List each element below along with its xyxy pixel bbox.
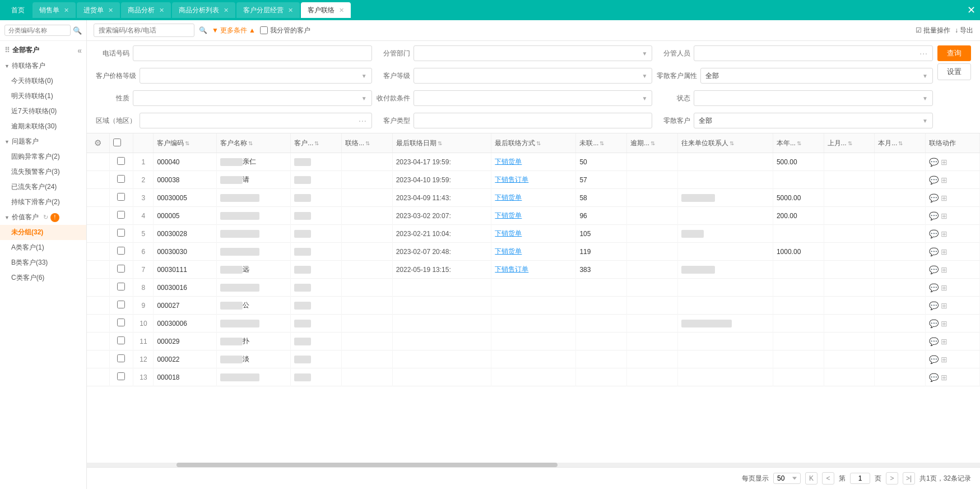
more-action-icon[interactable]: ⊞ xyxy=(941,319,948,328)
overdue-column-header[interactable]: 逾期... ⇅ xyxy=(627,133,678,153)
customer-level-input[interactable]: ▼ xyxy=(414,68,653,84)
sidebar-item-week-pending[interactable]: 近7天待联络(0) xyxy=(0,104,86,119)
settings-icon[interactable]: ⚙ xyxy=(94,138,101,147)
row-select-checkbox[interactable] xyxy=(117,211,125,219)
phone-input[interactable] xyxy=(133,45,372,61)
row-select-checkbox[interactable] xyxy=(117,319,125,326)
search-input[interactable] xyxy=(94,24,194,37)
message-action-icon[interactable]: 💬 xyxy=(929,158,939,167)
last-method-link[interactable]: 下销货单 xyxy=(495,247,522,255)
pending-contact-section[interactable]: ▼ 待联络客户 xyxy=(0,58,86,73)
sidebar-item-today-pending[interactable]: 今天待联络(0) xyxy=(0,73,86,89)
close-purchase-tab[interactable]: ✕ xyxy=(108,7,113,14)
no-days-column-header[interactable]: 未联... ⇅ xyxy=(576,133,627,153)
nature-input[interactable]: ▼ xyxy=(133,90,372,106)
code-column-header[interactable]: 客户编码 ⇅ xyxy=(154,133,217,153)
problem-customers-section[interactable]: ▼ 问题客户 xyxy=(0,134,86,149)
sidebar-item-tomorrow-pending[interactable]: 明天待联络(1) xyxy=(0,89,86,104)
row-select-checkbox[interactable] xyxy=(117,265,125,273)
sidebar-item-unclassified[interactable]: 未分组(32) xyxy=(0,225,86,240)
more-action-icon[interactable]: ⊞ xyxy=(941,337,948,346)
more-action-icon[interactable]: ⊞ xyxy=(941,283,948,292)
message-action-icon[interactable]: 💬 xyxy=(929,337,939,346)
message-action-icon[interactable]: 💬 xyxy=(929,265,939,274)
all-customers-label[interactable]: 全部客户 xyxy=(12,45,39,55)
this-year-column-header[interactable]: 本年... ⇅ xyxy=(773,133,824,153)
row-select-checkbox[interactable] xyxy=(117,193,125,201)
zero-customer-input[interactable]: 全部▼ xyxy=(694,113,933,128)
price-level-input[interactable]: ▼ xyxy=(140,68,372,84)
customer-type-input[interactable] xyxy=(414,113,653,128)
more-action-icon[interactable]: ⊞ xyxy=(941,247,948,256)
next-page-button[interactable]: > xyxy=(886,472,898,485)
my-customers-checkbox[interactable] xyxy=(260,26,268,34)
message-action-icon[interactable]: 💬 xyxy=(929,355,939,364)
message-action-icon[interactable]: 💬 xyxy=(929,229,939,238)
name-column-header[interactable]: 客户名称 ⇅ xyxy=(217,133,291,153)
last-method-link[interactable]: 下销货单 xyxy=(495,229,522,237)
category-search-icon[interactable]: 🔍 xyxy=(73,26,82,35)
horizontal-scrollbar[interactable] xyxy=(87,463,980,467)
export-button[interactable]: ↓ 导出 xyxy=(955,26,973,35)
last-page-button[interactable]: >| xyxy=(903,472,915,485)
message-action-icon[interactable]: 💬 xyxy=(929,301,939,310)
search-icon[interactable]: 🔍 xyxy=(199,26,207,34)
close-customer-segment-tab[interactable]: ✕ xyxy=(288,7,293,14)
close-customer-contact-tab[interactable]: ✕ xyxy=(339,7,344,14)
first-page-button[interactable]: K xyxy=(805,472,818,485)
payment-input[interactable]: ▼ xyxy=(414,90,653,106)
more-action-icon[interactable]: ⊞ xyxy=(941,229,948,238)
message-action-icon[interactable]: 💬 xyxy=(929,193,939,202)
unit-contact-column-header[interactable]: 往来单位联系人 ⇅ xyxy=(677,133,773,153)
scrollbar-thumb[interactable] xyxy=(177,463,558,467)
refresh-icon[interactable]: ↻ xyxy=(43,214,48,221)
contact-column-header[interactable]: 联络... ⇅ xyxy=(342,133,393,153)
more-action-icon[interactable]: ⊞ xyxy=(941,301,948,310)
settings-column-header[interactable]: ⚙ xyxy=(87,133,109,153)
message-action-icon[interactable]: 💬 xyxy=(929,247,939,256)
message-action-icon[interactable]: 💬 xyxy=(929,176,939,184)
type-column-header[interactable]: 客户... ⇅ xyxy=(291,133,342,153)
this-month-column-header[interactable]: 本月... ⇅ xyxy=(875,133,926,153)
message-action-icon[interactable]: 💬 xyxy=(929,211,939,220)
last-month-column-header[interactable]: 上月... ⇅ xyxy=(824,133,875,153)
row-select-checkbox[interactable] xyxy=(117,157,125,165)
dept-input[interactable]: ▼ xyxy=(414,45,653,61)
region-input[interactable]: ··· xyxy=(140,113,372,128)
message-action-icon[interactable]: 💬 xyxy=(929,319,939,328)
last-method-column-header[interactable]: 最后联络方式 ⇅ xyxy=(491,133,576,153)
sidebar-item-churn-risk[interactable]: 流失预警客户(3) xyxy=(0,164,86,179)
close-analysis-tab[interactable]: ✕ xyxy=(159,7,164,14)
reset-button[interactable]: 设置 xyxy=(937,63,971,80)
person-input[interactable]: ··· xyxy=(694,45,933,61)
last-method-link[interactable]: 下销货单 xyxy=(495,193,522,201)
row-select-checkbox[interactable] xyxy=(117,301,125,308)
message-action-icon[interactable]: 💬 xyxy=(929,283,939,292)
tab-analysis[interactable]: 商品分析 ✕ xyxy=(121,2,171,18)
message-action-icon[interactable]: 💬 xyxy=(929,373,939,382)
more-action-icon[interactable]: ⊞ xyxy=(941,373,948,382)
row-select-checkbox[interactable] xyxy=(117,354,125,362)
row-select-checkbox[interactable] xyxy=(117,372,125,380)
search-button[interactable]: 查询 xyxy=(937,45,971,61)
prev-page-button[interactable]: < xyxy=(822,472,834,485)
zero-attr-input[interactable]: 全部▼ xyxy=(700,68,933,84)
status-input[interactable]: ▼ xyxy=(694,90,933,106)
page-number-input[interactable] xyxy=(850,473,870,484)
row-select-checkbox[interactable] xyxy=(117,175,125,183)
tab-customer-contact[interactable]: 客户联络 ✕ xyxy=(301,2,351,18)
sidebar-item-overdue-pending[interactable]: 逾期未联络(30) xyxy=(0,119,86,134)
category-search-input[interactable] xyxy=(4,25,71,36)
more-action-icon[interactable]: ⊞ xyxy=(941,158,948,167)
per-page-select[interactable]: 50 20 100 xyxy=(773,473,801,484)
tab-customer-segment[interactable]: 客户分层经营 ✕ xyxy=(236,2,300,18)
more-action-icon[interactable]: ⊞ xyxy=(941,193,948,202)
close-window-button[interactable]: ✕ xyxy=(967,4,976,16)
row-select-checkbox[interactable] xyxy=(117,247,125,255)
close-sales-tab[interactable]: ✕ xyxy=(64,7,69,14)
sidebar-item-lost[interactable]: 已流失客户(24) xyxy=(0,179,86,195)
more-action-icon[interactable]: ⊞ xyxy=(941,176,948,184)
batch-ops-button[interactable]: ☑ 批量操作 xyxy=(916,26,950,35)
last-method-link[interactable]: 下销售订单 xyxy=(495,265,528,273)
row-select-checkbox[interactable] xyxy=(117,336,125,344)
